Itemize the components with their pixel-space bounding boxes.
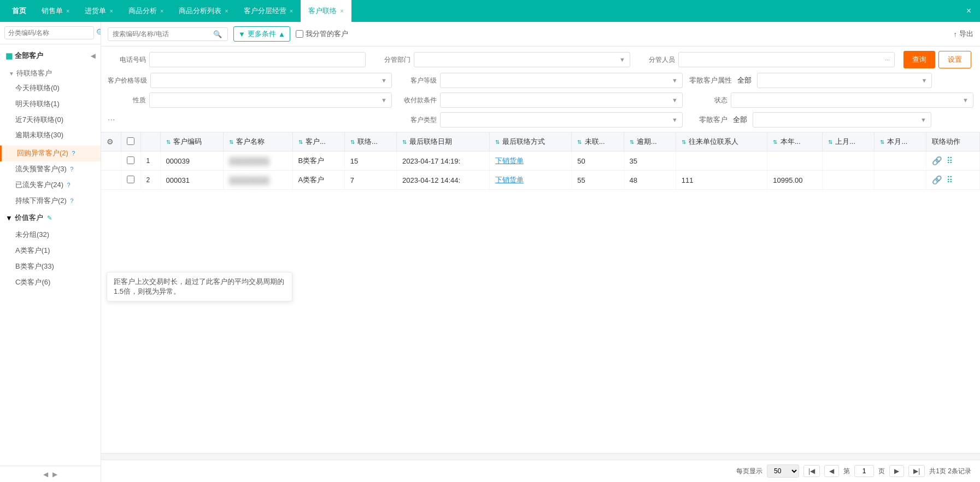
repurchase-abnormal[interactable]: 回购异常客户(2) ? xyxy=(0,146,101,161)
info-icon[interactable]: ? xyxy=(72,150,75,156)
class-c-customers[interactable]: C类客户(6) xyxy=(0,275,101,291)
churn-warning[interactable]: 流失预警客户(3) ? xyxy=(0,161,101,177)
more-conditions-button[interactable]: ▼ 更多条件 ▲ xyxy=(233,26,290,42)
row1-last-contact-method: 下销货单 xyxy=(490,152,572,171)
row2-link-icon[interactable]: 🔗 xyxy=(932,175,942,185)
customer-level-select[interactable]: ▼ xyxy=(440,73,683,88)
search-icon[interactable]: 🔍 xyxy=(213,30,222,38)
th-last-contact-method[interactable]: ⇅ 最后联络方式 xyxy=(490,132,572,152)
sidebar-left-arrow[interactable]: ◀ xyxy=(43,471,48,478)
th-last-contact-date[interactable]: ⇅ 最后联络日期 xyxy=(396,132,489,152)
payment-select[interactable]: ▼ xyxy=(440,92,683,108)
gender-label: 性质 xyxy=(108,96,146,105)
tomorrow-pending[interactable]: 明天待联络(1) xyxy=(0,96,101,112)
nav-home[interactable]: 首页 xyxy=(4,0,34,22)
nav-sales-close[interactable]: × xyxy=(66,8,69,14)
nav-analysis-list-close[interactable]: × xyxy=(225,8,228,14)
phone-input[interactable] xyxy=(149,52,366,67)
horizontal-scrollbar[interactable] xyxy=(101,453,980,460)
nav-analysis-list[interactable]: 商品分析列表 × xyxy=(171,0,236,22)
setting-button[interactable]: 设置 xyxy=(938,51,971,68)
close-all-button[interactable]: × xyxy=(962,6,976,16)
status-select[interactable]: ▼ xyxy=(731,92,973,108)
th-no-contact[interactable]: ⇅ 未联... xyxy=(572,132,624,152)
week-pending[interactable]: 近7天待联络(0) xyxy=(0,112,101,128)
th-this-month[interactable]: ⇅ 本月... xyxy=(875,132,926,152)
nav-purchase[interactable]: 进货单 × xyxy=(77,0,120,22)
value-edit-icon[interactable]: ✎ xyxy=(47,214,52,222)
row1-method-value[interactable]: 下销货单 xyxy=(495,156,524,165)
row1-select-checkbox[interactable] xyxy=(127,156,134,164)
collapse-icon[interactable]: ◀ xyxy=(91,53,95,60)
churn-warning-label: 流失预警客户(3) xyxy=(15,165,67,173)
class-b-customers[interactable]: B类客户(33) xyxy=(0,259,101,275)
row2-method-value[interactable]: 下销货单 xyxy=(495,176,524,184)
row1-gear xyxy=(101,152,121,171)
filter-row-1: 电话号码 分管部门 ▼ 分管人员 ··· 查询 设置 xyxy=(108,51,973,68)
th-customer-code[interactable]: ⇅ 客户编码 xyxy=(160,132,223,152)
query-button[interactable]: 查询 xyxy=(903,51,935,68)
class-a-customers[interactable]: A类客户(1) xyxy=(0,243,101,259)
nav-customer-seg[interactable]: 客户分层经营 × xyxy=(236,0,301,22)
today-pending[interactable]: 今天待联络(0) xyxy=(0,80,101,96)
export-button[interactable]: ↑ 导出 xyxy=(954,29,974,39)
th-this-year[interactable]: ⇅ 本年... xyxy=(767,132,823,152)
declining-info-icon[interactable]: ? xyxy=(70,198,73,204)
last-page-button[interactable]: ▶| xyxy=(908,465,925,477)
th-customer-name[interactable]: ⇅ 客户名称 xyxy=(223,132,292,152)
churned-info-icon[interactable]: ? xyxy=(67,182,70,188)
sidebar-all-customers[interactable]: ▦ 全部客户 ◀ xyxy=(0,48,101,64)
unclassified-customers[interactable]: 未分组(32) xyxy=(0,227,101,243)
nav-analysis-close[interactable]: × xyxy=(160,8,163,14)
pagination-bar: 每页显示 50 20 100 |◀ ◀ 第 页 ▶ ▶| 共1页 2条记录 xyxy=(101,460,980,482)
nav-customer-seg-close[interactable]: × xyxy=(290,8,293,14)
nav-customer-contact-close[interactable]: × xyxy=(340,8,343,14)
nav-customer-seg-label: 客户分层经营 xyxy=(244,6,286,16)
nav-purchase-label: 进货单 xyxy=(85,6,106,16)
price-level-select[interactable]: ▼ xyxy=(150,73,392,88)
row2-select-checkbox[interactable] xyxy=(127,176,134,183)
pending-contact-title[interactable]: ▼ 待联络客户 xyxy=(0,66,101,80)
sidebar-search-button[interactable]: 🔍 xyxy=(96,28,101,37)
nav-customer-contact[interactable]: 客户联络 × xyxy=(301,0,351,22)
th-unit-contact[interactable]: ⇅ 往来单位联系人 xyxy=(676,132,767,152)
sidebar-search-input[interactable] xyxy=(4,26,94,39)
extra-dots[interactable]: ··· xyxy=(108,115,115,125)
th-last-month[interactable]: ⇅ 上月... xyxy=(822,132,874,152)
prev-page-button[interactable]: ◀ xyxy=(824,465,839,477)
row1-customer-type: B类客户 xyxy=(292,152,344,171)
row2-qr-icon[interactable]: ⠿ xyxy=(947,175,953,185)
th-customer-type[interactable]: ⇅ 客户... xyxy=(292,132,344,152)
level-arrow-icon: ▼ xyxy=(672,77,678,84)
my-customer-checkbox[interactable] xyxy=(296,30,303,38)
gender-select[interactable]: ▼ xyxy=(149,92,392,108)
row1-link-icon[interactable]: 🔗 xyxy=(932,156,942,166)
row2-customer-code[interactable]: 000031 xyxy=(160,171,223,190)
page-number-input[interactable] xyxy=(854,465,874,477)
department-select[interactable]: ▼ xyxy=(414,52,630,67)
first-page-button[interactable]: |◀ xyxy=(803,465,820,477)
retail-attr-select[interactable]: ▼ xyxy=(757,73,932,88)
nav-purchase-close[interactable]: × xyxy=(109,8,113,14)
select-all-checkbox[interactable] xyxy=(127,137,134,145)
declining-customers[interactable]: 持续下滑客户(2) ? xyxy=(0,193,101,209)
retail-attr-field: 零散客户属性 全部 ▼ xyxy=(689,73,973,88)
gear-icon[interactable]: ⚙ xyxy=(107,137,114,146)
nav-analysis[interactable]: 商品分析 × xyxy=(121,0,171,22)
row1-qr-icon[interactable]: ⠿ xyxy=(947,156,953,166)
per-page-select[interactable]: 50 20 100 xyxy=(767,464,799,478)
overdue-pending[interactable]: 逾期未联络(30) xyxy=(0,127,101,143)
sidebar-right-arrow[interactable]: ▶ xyxy=(52,471,57,478)
th-contact-count[interactable]: ⇅ 联络... xyxy=(344,132,396,152)
churn-info-icon[interactable]: ? xyxy=(70,166,73,172)
search-input[interactable] xyxy=(113,30,211,38)
next-page-button[interactable]: ▶ xyxy=(889,465,904,477)
retail-customer-select[interactable]: ▼ xyxy=(753,112,931,127)
staff-select[interactable]: ··· xyxy=(678,52,895,67)
th-overdue[interactable]: ⇅ 逾期... xyxy=(624,132,676,152)
row1-customer-code[interactable]: 000039 xyxy=(160,152,223,171)
nav-sales[interactable]: 销售单 × xyxy=(34,0,77,22)
churned-customers[interactable]: 已流失客户(24) ? xyxy=(0,177,101,193)
row2-action: 🔗 ⠿ xyxy=(926,171,980,190)
customer-type-select[interactable]: ▼ xyxy=(440,112,683,127)
